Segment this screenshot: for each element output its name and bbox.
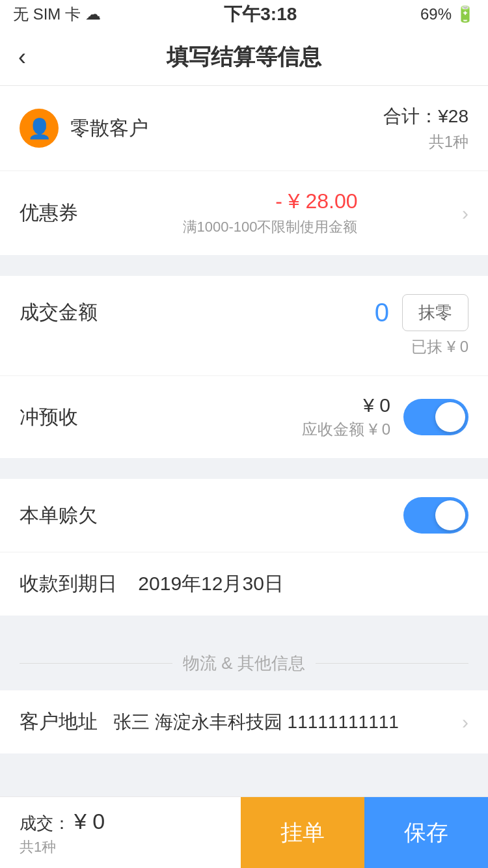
bottom-deal-value: ¥ 0	[74, 809, 105, 834]
total-count: 共1种	[383, 131, 468, 152]
due-date-label: 收款到期日	[20, 573, 117, 594]
customer-row: 👤 零散客户 合计：¥28 共1种	[0, 86, 488, 170]
signal-text: 无 SIM 卡 ☁	[13, 4, 101, 25]
customer-name: 零散客户	[70, 115, 148, 142]
round-button[interactable]: 抹零	[402, 294, 468, 331]
status-right: 69% 🔋	[420, 5, 475, 23]
advance-section: 冲预收 ¥ 0 应收金额 ¥ 0	[0, 375, 488, 458]
credit-row: 本单赊欠	[20, 497, 468, 534]
transaction-card: 成交金额 0 抹零 已抹 ¥ 0 冲预收 ¥ 0 应收金额 ¥ 0	[0, 276, 488, 458]
amount-section: 成交金额 0 抹零 已抹 ¥ 0	[0, 276, 488, 375]
due-date-row: 收款到期日 2019年12月30日	[0, 552, 488, 616]
credit-label: 本单赊欠	[20, 502, 98, 529]
advance-label: 冲预收	[20, 404, 78, 431]
nav-bar: ‹ 填写结算等信息	[0, 29, 488, 86]
status-time: 下午3:18	[224, 2, 297, 27]
back-button[interactable]: ‹	[18, 44, 26, 71]
advance-amounts: ¥ 0 应收金额 ¥ 0	[302, 394, 390, 440]
address-row[interactable]: 客户地址 张三 海淀永丰科技园 11111111111 ›	[0, 690, 488, 753]
total-amount: 合计：¥28	[383, 104, 468, 129]
address-value: 张三 海淀永丰科技园 11111111111	[113, 710, 462, 735]
amount-value: 0	[375, 298, 389, 327]
chevron-right-icon: ›	[462, 202, 468, 224]
status-left: 无 SIM 卡 ☁	[13, 4, 101, 25]
credit-toggle[interactable]	[403, 497, 468, 534]
bottom-deal-label: 成交：	[20, 812, 70, 835]
credit-card: 本单赊欠 收款到期日 2019年12月30日	[0, 479, 488, 616]
advance-sub: 应收金额 ¥ 0	[302, 419, 390, 440]
page-title: 填写结算等信息	[167, 42, 321, 72]
address-label: 客户地址	[20, 709, 98, 735]
bottom-deal-row: 成交： ¥ 0	[20, 809, 221, 835]
advance-toggle[interactable]	[403, 399, 468, 435]
section-divider-3	[0, 626, 488, 636]
due-date-value: 2019年12月30日	[138, 573, 283, 594]
coupon-row[interactable]: 优惠券 - ¥ 28.00 满1000-100不限制使用金额 ›	[0, 170, 488, 255]
coupon-label: 优惠券	[20, 200, 78, 226]
amount-sub: 已抹 ¥ 0	[20, 336, 468, 357]
customer-info: 👤 零散客户	[20, 109, 148, 148]
customer-card: 👤 零散客户 合计：¥28 共1种 优惠券 - ¥ 28.00 满1000-10…	[0, 86, 488, 255]
customer-total: 合计：¥28 共1种	[383, 104, 468, 152]
address-chevron-icon: ›	[462, 711, 468, 733]
amount-right: 0 抹零	[375, 294, 468, 331]
address-card: 客户地址 张三 海淀永丰科技园 11111111111 ›	[0, 690, 488, 753]
advance-value: ¥ 0	[302, 394, 390, 416]
coupon-desc: 满1000-100不限制使用金额	[183, 217, 358, 237]
section-divider-1	[0, 265, 488, 276]
advance-right: ¥ 0 应收金额 ¥ 0	[302, 394, 468, 440]
save-button[interactable]: 保存	[364, 797, 488, 869]
section-divider-2	[0, 468, 488, 479]
avatar: 👤	[20, 109, 59, 148]
logistics-label: 物流 & 其他信息	[183, 652, 305, 675]
status-bar: 无 SIM 卡 ☁ 下午3:18 69% 🔋	[0, 0, 488, 29]
bottom-info: 成交： ¥ 0 共1种	[0, 809, 241, 857]
battery-icon: 🔋	[455, 5, 475, 23]
bottom-count: 共1种	[20, 837, 221, 857]
logistics-header: 物流 & 其他信息	[0, 636, 488, 690]
amount-row: 成交金额 0 抹零	[20, 294, 468, 331]
credit-section: 本单赊欠	[0, 479, 488, 552]
bottom-bar: 成交： ¥ 0 共1种 挂单 保存	[0, 796, 488, 868]
person-icon: 👤	[27, 117, 51, 140]
coupon-discount: - ¥ 28.00	[183, 189, 358, 213]
amount-label: 成交金额	[20, 299, 98, 326]
coupon-right: - ¥ 28.00 满1000-100不限制使用金额	[183, 189, 358, 237]
hold-button[interactable]: 挂单	[241, 797, 364, 869]
advance-row: 冲预收 ¥ 0 应收金额 ¥ 0	[20, 394, 468, 440]
battery-text: 69%	[420, 5, 452, 23]
